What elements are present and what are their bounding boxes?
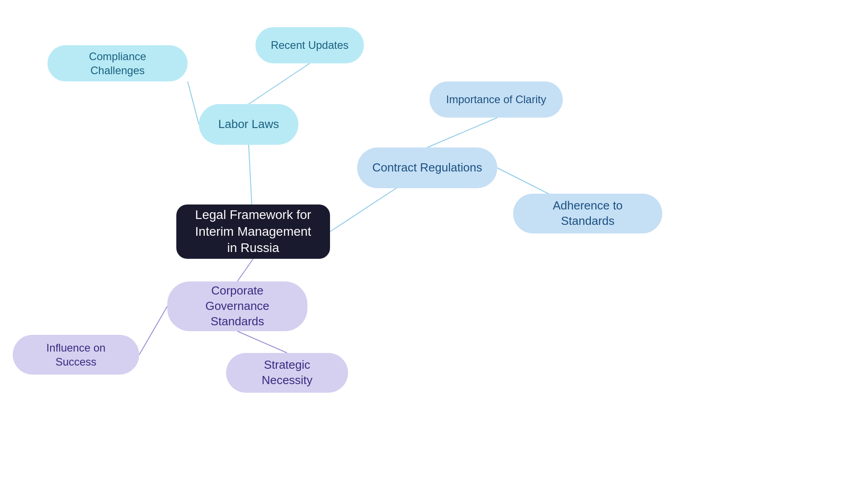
recent-updates-node: Recent Updates bbox=[255, 27, 364, 63]
center-node: Legal Framework for Interim Management i… bbox=[176, 205, 330, 259]
svg-line-6 bbox=[237, 259, 253, 281]
contract-regulations-node: Contract Regulations bbox=[357, 147, 497, 188]
compliance-challenges-node: Compliance Challenges bbox=[47, 45, 188, 81]
strategic-necessity-node: Strategic Necessity bbox=[226, 353, 348, 393]
svg-line-1 bbox=[249, 63, 310, 104]
svg-line-8 bbox=[237, 331, 287, 353]
importance-of-clarity-node: Importance of Clarity bbox=[429, 81, 563, 118]
svg-line-4 bbox=[427, 118, 497, 147]
corporate-governance-node: Corporate Governance Standards bbox=[167, 281, 307, 331]
svg-line-7 bbox=[139, 306, 167, 355]
influence-on-success-node: Influence on Success bbox=[13, 335, 139, 375]
labor-laws-node: Labor Laws bbox=[199, 104, 298, 145]
adherence-to-standards-node: Adherence to Standards bbox=[513, 194, 662, 233]
svg-line-2 bbox=[188, 81, 199, 124]
